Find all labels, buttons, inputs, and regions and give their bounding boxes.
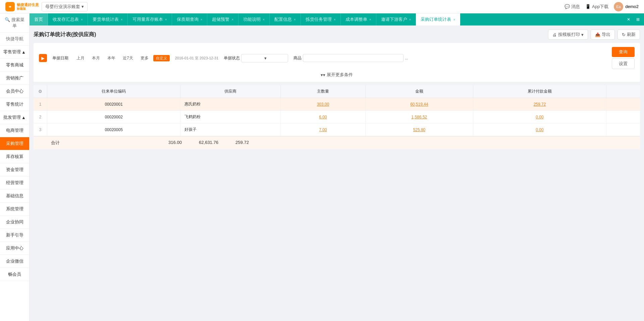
- tab-config-info-close[interactable]: ×: [294, 18, 296, 21]
- date-btn-this-month[interactable]: 本月: [89, 55, 103, 62]
- tab-cost-adjust-close[interactable]: ×: [369, 18, 371, 21]
- tab-purchase-stats-close[interactable]: ×: [121, 18, 123, 21]
- top-bar-right: 💬 消息 📱 App下载 Ea demo2: [565, 2, 639, 11]
- tab-receive-send-close[interactable]: ×: [81, 18, 83, 21]
- td-amount[interactable]: 525.80: [365, 123, 473, 136]
- sidebar-item-sys-mgmt[interactable]: 系统管理: [0, 203, 29, 216]
- app-download-btn[interactable]: 📱 App下载: [585, 4, 608, 10]
- status-select-box[interactable]: ▾: [241, 54, 288, 62]
- sidebar-item-retail-stats[interactable]: 零售统计: [0, 98, 29, 111]
- tab-validity-query-close[interactable]: ×: [201, 18, 203, 21]
- th-paid: 累计付款金额: [473, 85, 606, 98]
- sidebar-item-vip[interactable]: 畅会员: [0, 268, 29, 281]
- sidebar-item-enterprise[interactable]: 企业协同: [0, 216, 29, 229]
- sidebar-item-app-center[interactable]: 应用中心: [0, 242, 29, 255]
- tab-overstock-alert-close[interactable]: ×: [231, 18, 233, 21]
- gear-icon[interactable]: ⚙: [38, 89, 43, 94]
- td-paid[interactable]: 0.00: [473, 123, 606, 136]
- btn-export-label: 导出: [602, 32, 610, 38]
- td-qty[interactable]: 7.00: [281, 123, 366, 136]
- tab-purchase-stats[interactable]: 要货单统计表 ×: [88, 13, 128, 25]
- user-profile[interactable]: Ea demo2: [614, 2, 639, 11]
- btn-refresh[interactable]: ↻ 刷新: [618, 30, 640, 40]
- nav-expand-btn[interactable]: ⊞: [635, 16, 641, 23]
- td-qty[interactable]: 6.00: [281, 111, 366, 123]
- sidebar-item-operations[interactable]: 经营管理: [0, 176, 29, 190]
- btn-template-print[interactable]: 🖨 按模板打印 ▾: [548, 30, 588, 40]
- btn-query[interactable]: 查询: [612, 47, 635, 57]
- sidebar-item-marketing[interactable]: 营销推广: [0, 72, 29, 85]
- btn-export[interactable]: 📤 导出: [591, 30, 615, 40]
- sys-mgmt-label: 系统管理: [6, 206, 23, 212]
- tab-home[interactable]: 首页: [30, 13, 48, 25]
- td-supplier: 惠氏奶粉: [180, 98, 281, 111]
- tab-invite-downstream[interactable]: 邀请下游客户 ×: [376, 13, 416, 25]
- tab-validity-query[interactable]: 保质期查询 ×: [172, 13, 208, 25]
- sidebar-item-purchase-mgmt[interactable]: 采购管理: [0, 137, 29, 150]
- table-header-row: ⚙ 往来单位编码 供应商 主数量 金额 累计付款金额: [34, 85, 640, 98]
- filter-toggle-btn[interactable]: ▶: [39, 54, 47, 62]
- page-header: 采购订单统计表(按供应商) 🖨 按模板打印 ▾ 📤 导出 ↻ 刷新: [34, 30, 640, 40]
- btn-settings[interactable]: 设置: [612, 58, 635, 69]
- tab-pick-task-close[interactable]: ×: [334, 18, 336, 21]
- td-paid[interactable]: 259.72: [473, 98, 606, 111]
- tab-receive-send[interactable]: 收发存汇总表 ×: [48, 13, 88, 25]
- sidebar-item-wholesale-mgmt[interactable]: 批发管理 ▲: [0, 111, 29, 124]
- tab-pick-task-label: 拣货任务管理: [306, 16, 332, 22]
- workspace-dropdown-icon: ▾: [82, 4, 84, 9]
- date-btn-7days[interactable]: 近7天: [120, 55, 136, 62]
- sidebar-item-retail-mall[interactable]: 零售商城: [0, 59, 29, 72]
- message-btn[interactable]: 💬 消息: [565, 4, 580, 10]
- sidebar-item-member-center[interactable]: 会员中心: [0, 85, 29, 98]
- tab-func-desc[interactable]: 功能说明 ×: [238, 13, 270, 25]
- td-qty[interactable]: 303.00: [281, 98, 366, 111]
- sidebar-item-basic-info[interactable]: 基础信息: [0, 190, 29, 203]
- table-footer: 合计 316.00 62,631.76 259.72: [34, 136, 640, 149]
- top-bar-left: 畅捷通好生意 标题版 母婴行业演示账套 ▾: [5, 2, 88, 11]
- td-paid[interactable]: 0.00: [473, 111, 606, 123]
- avatar: Ea: [614, 2, 623, 11]
- table-container: ⚙ 往来单位编码 供应商 主数量 金额 累计付款金额 1 00020001: [34, 85, 640, 149]
- sidebar-item-ecommerce[interactable]: 电商管理: [0, 124, 29, 137]
- td-amount[interactable]: 60,519.44: [365, 98, 473, 111]
- layout: 🔍 搜索菜单 快捷导航 零售管理 ▲ 零售商城 营销推广 会员中心 零售统计 批…: [0, 13, 644, 321]
- sidebar-item-enterprise-wechat[interactable]: 企业微信: [0, 255, 29, 268]
- sidebar-item-retail-mgmt[interactable]: 零售管理 ▲: [0, 46, 29, 59]
- sidebar-item-inventory[interactable]: 库存核算: [0, 150, 29, 163]
- sidebar-quick-nav[interactable]: 快捷导航: [0, 33, 29, 46]
- tab-cost-adjust[interactable]: 成本调整单 ×: [341, 13, 376, 25]
- table-row[interactable]: 1 00020001 惠氏奶粉 303.00 60,519.44 259.72: [34, 98, 640, 111]
- date-btn-more[interactable]: 更多: [138, 55, 151, 62]
- status-filter: 单据状态 ▾: [224, 54, 288, 62]
- tab-func-desc-close[interactable]: ×: [263, 18, 265, 21]
- table-row[interactable]: 2 00020002 飞鹤奶粉 6.00 1,586.52 0.00: [34, 111, 640, 123]
- td-amount[interactable]: 1,586.52: [365, 111, 473, 123]
- tab-purchase-order-stats-close[interactable]: ×: [453, 18, 455, 21]
- tab-purchase-order-stats[interactable]: 采购订单统计表 ×: [416, 13, 460, 25]
- workspace-selector[interactable]: 母婴行业演示账套 ▾: [42, 2, 88, 11]
- tab-config-info[interactable]: 配置信息 ×: [270, 13, 301, 25]
- footer-paid: 259.72: [225, 140, 259, 146]
- tab-pick-task[interactable]: 拣货任务管理 ×: [301, 13, 341, 25]
- goods-filter-input[interactable]: [303, 54, 404, 62]
- finance-label: 资金管理: [6, 167, 23, 173]
- expand-more-btn[interactable]: ▾▾ 展开更多条件: [39, 72, 635, 78]
- date-custom-badge[interactable]: 自定义: [153, 55, 170, 61]
- goods-more-btn[interactable]: ...: [405, 56, 408, 60]
- workspace-name: 母婴行业演示账套: [45, 4, 80, 10]
- tab-available-stock[interactable]: 可用量库存账本 ×: [128, 13, 172, 25]
- sidebar-search[interactable]: 🔍 搜索菜单: [0, 13, 29, 33]
- sidebar-item-finance[interactable]: 资金管理: [0, 163, 29, 176]
- tab-available-stock-close[interactable]: ×: [165, 18, 167, 21]
- date-btn-this-year[interactable]: 本年: [105, 55, 118, 62]
- tab-overstock-alert[interactable]: 超储预警 ×: [207, 13, 238, 25]
- sidebar-item-new-guide[interactable]: 新手引导: [0, 229, 29, 242]
- vip-label: 畅会员: [8, 271, 21, 277]
- tab-invite-downstream-close[interactable]: ×: [409, 18, 411, 21]
- nav-close-btn[interactable]: ✕: [625, 16, 632, 23]
- date-btn-last-month[interactable]: 上月: [74, 55, 87, 62]
- data-table: ⚙ 往来单位编码 供应商 主数量 金额 累计付款金额 1 00020001: [34, 85, 640, 136]
- operations-label: 经营管理: [6, 180, 23, 186]
- search-icon: 🔍: [5, 17, 10, 22]
- table-row[interactable]: 3 00020005 好孩子 7.00 525.80 0.00: [34, 123, 640, 136]
